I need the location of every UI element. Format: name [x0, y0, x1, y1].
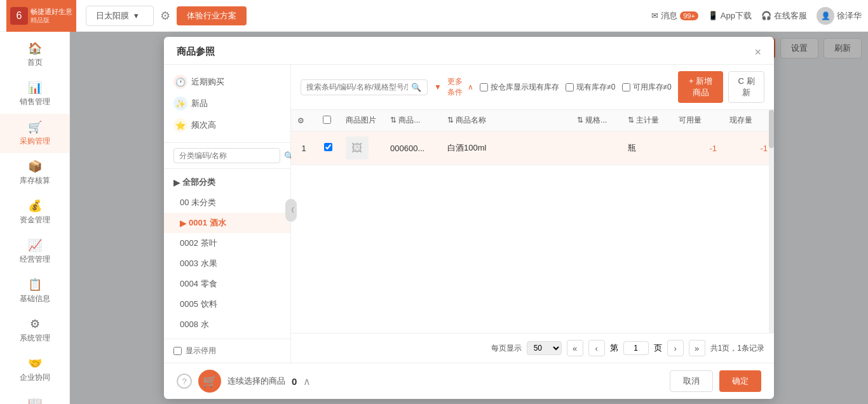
table-header-row: ⚙ 商品图片 [291, 110, 774, 131]
show-disabled-area: 显示停用 [164, 339, 290, 363]
trial-industry-button[interactable]: 体验行业方案 [177, 6, 247, 25]
add-product-button[interactable]: + 新增商品 [678, 71, 723, 103]
confirm-button[interactable]: 确定 [719, 370, 761, 392]
col-header-check [316, 110, 339, 131]
cat-quick-history[interactable]: 🕐 近期购买 [164, 71, 290, 93]
cat-quick-new[interactable]: ✨ 新品 [164, 93, 290, 114]
last-page-button[interactable]: » [689, 340, 705, 356]
stock-nonzero-checkbox-label[interactable]: 现有库存≠0 [566, 82, 615, 93]
sidebar-item-basics[interactable]: 📋 基础信息 [0, 271, 69, 311]
freq-icon: ⭐ [173, 118, 187, 132]
message-label: 消息 [661, 10, 677, 22]
cat-item-alcohol[interactable]: ▶ 0001 酒水 [164, 213, 290, 233]
cat-item-beverage[interactable]: 0005 饮料 [164, 294, 290, 314]
cat-quick-freq[interactable]: ⭐ 频次高 [164, 114, 290, 136]
settings-icon[interactable]: ⚙ [160, 9, 170, 23]
col-header-code[interactable]: ⇅ 商品... [384, 110, 441, 131]
product-search-input[interactable] [306, 83, 408, 91]
prev-page-button[interactable]: ‹ [588, 340, 605, 356]
sidebar-item-operations[interactable]: 📈 经营管理 [0, 232, 69, 271]
branch-dropdown[interactable]: 日太阳膜 ▾ [86, 6, 154, 26]
cancel-button[interactable]: 取消 [670, 370, 713, 392]
refresh-button[interactable]: C 刷新 [728, 71, 764, 103]
filter-icon: ▼ [434, 83, 442, 91]
online-service-label: 在线客服 [774, 10, 807, 22]
cat-fruit-label: 0003 水果 [180, 258, 217, 269]
select-all-checkbox[interactable] [323, 116, 331, 124]
next-page-button[interactable]: › [667, 340, 684, 356]
row-img: 🖼 [339, 131, 384, 165]
help-icon[interactable]: ? [177, 374, 192, 389]
sidebar-item-collab-label: 企业协同 [20, 372, 50, 383]
app-download-nav-item[interactable]: 📱 App下载 [708, 10, 752, 22]
product-avail: -1 [709, 144, 717, 153]
first-page-button[interactable]: « [567, 340, 583, 356]
col-header-spec[interactable]: ⇅ 规格... [571, 110, 621, 131]
avail-nonzero-checkbox-label[interactable]: 可用库存≠0 [622, 82, 672, 93]
purchase-icon: 🛒 [28, 120, 42, 134]
collapse-footer-button[interactable]: ∧ [303, 375, 311, 387]
page-total-info: 共1页，1条记录 [710, 343, 764, 354]
cart-badge-wrap[interactable]: 🛒 [198, 370, 221, 393]
row-checkbox[interactable] [324, 143, 332, 151]
username-label: 徐泽华 [837, 10, 862, 22]
more-filter-button[interactable]: ▼ 更多条件 ∧ [434, 76, 473, 98]
product-search-icon[interactable]: 🔍 [411, 83, 421, 92]
sidebar-item-collab[interactable]: 🤝 企业协同 [0, 350, 69, 389]
cat-item-snack[interactable]: 0004 零食 [164, 274, 290, 294]
scrollbar-track [769, 110, 774, 333]
cat-item-uncategorized[interactable]: 00 未分类 [164, 192, 290, 213]
inventory-icon: 📦 [28, 159, 42, 173]
col-header-stock: 现存量 [723, 110, 774, 131]
stock-nonzero-label: 现有库存≠0 [576, 82, 615, 93]
table-row[interactable]: 1 🖼 00 [291, 131, 774, 165]
row-name: 白酒100ml [441, 131, 571, 165]
scrollbar-thumb[interactable] [769, 110, 774, 148]
col-name-label: 商品名称 [456, 116, 486, 125]
sort-icon-spec: ⇅ [577, 116, 583, 125]
product-area: 🔍 ▼ 更多条件 ∧ 按仓库显示现有库存 [291, 65, 774, 363]
cat-search-input[interactable] [173, 148, 280, 163]
cat-item-all[interactable]: ▶ 全部分类 [164, 172, 290, 192]
page-size-label: 每页显示 [491, 343, 522, 354]
sidebar-item-basics-label: 基础信息 [20, 293, 50, 304]
modal-body: 🕐 近期购买 ✨ 新品 ⭐ 频次高 [164, 65, 774, 363]
sidebar-item-home[interactable]: 🏠 首页 [0, 35, 69, 74]
sidebar-item-sales-label: 销售管理 [20, 97, 50, 107]
cat-item-water[interactable]: 0008 水 [164, 314, 290, 335]
stock-nonzero-checkbox[interactable] [566, 83, 574, 91]
continuous-label-text: 连续选择的商品 [227, 376, 285, 386]
col-header-name[interactable]: ⇅ 商品名称 [441, 110, 571, 131]
sidebar-item-purchase[interactable]: 🛒 采购管理 [0, 114, 69, 153]
avatar: 👤 [817, 7, 834, 25]
category-sidebar: 🕐 近期购买 ✨ 新品 ⭐ 频次高 [164, 65, 291, 363]
col-header-unit[interactable]: ⇅ 主计量 [621, 110, 672, 131]
page-number-input[interactable] [623, 341, 649, 355]
show-disabled-label: 显示停用 [186, 346, 216, 356]
message-nav-item[interactable]: ✉ 消息 99+ [651, 10, 698, 22]
warehouse-stock-checkbox-label[interactable]: 按仓库显示现有库存 [480, 82, 559, 93]
sidebar-item-finance[interactable]: 💰 资金管理 [0, 192, 69, 232]
page-size-select[interactable]: 50 10 20 100 [527, 341, 562, 355]
sidebar-item-guide[interactable]: 📖 新手引导 [0, 389, 69, 404]
sales-icon: 📊 [28, 81, 42, 95]
sidebar-collapse-btn[interactable]: 《 [285, 199, 297, 222]
avail-nonzero-checkbox[interactable] [622, 83, 630, 91]
branch-name: 日太阳膜 [96, 10, 129, 22]
row-check[interactable] [316, 131, 339, 165]
history-icon: 🕐 [173, 75, 187, 89]
sidebar: 🏠 首页 📊 销售管理 🛒 采购管理 📦 库存核算 💰 资金管理 📈 经营管理 … [0, 32, 70, 404]
online-service-nav-item[interactable]: 🎧 在线客服 [761, 10, 807, 22]
sidebar-item-sales[interactable]: 📊 销售管理 [0, 74, 69, 114]
user-nav-item[interactable]: 👤 徐泽华 [817, 7, 862, 25]
warehouse-stock-checkbox[interactable] [480, 83, 488, 91]
content-area: 查询 设置 刷新 商品参照 × [70, 32, 868, 404]
cat-item-fruit[interactable]: 0003 水果 [164, 253, 290, 274]
col-header-settings[interactable]: ⚙ [291, 110, 316, 131]
sidebar-item-inventory[interactable]: 📦 库存核算 [0, 153, 69, 192]
show-disabled-checkbox[interactable] [173, 347, 182, 355]
cat-item-tea[interactable]: 0002 茶叶 [164, 233, 290, 253]
warehouse-stock-label: 按仓库显示现有库存 [491, 82, 559, 93]
sidebar-item-system[interactable]: ⚙ 系统管理 [0, 311, 69, 350]
modal-close-button[interactable]: × [754, 46, 761, 58]
